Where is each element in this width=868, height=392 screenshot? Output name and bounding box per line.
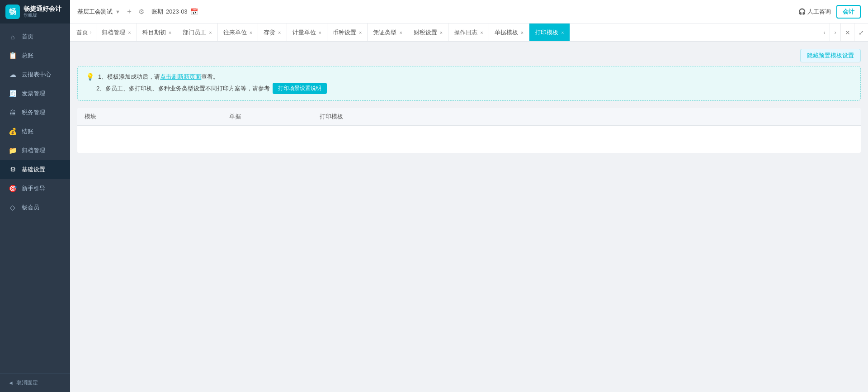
sidebar-label-home: 首页 <box>22 33 33 41</box>
tab-home-label: 首页 <box>76 28 88 37</box>
tab-single[interactable]: 单据模板× <box>489 24 529 42</box>
sidebar-label-tax: 税务管理 <box>22 109 45 117</box>
tab-label-measure: 计量单位 <box>292 28 316 37</box>
add-company-icon[interactable]: ＋ <box>126 7 133 16</box>
tab-close-partner[interactable]: × <box>250 30 252 35</box>
company-dropdown-icon: ▼ <box>115 9 120 14</box>
sidebar-item-archive[interactable]: 📁 归档管理 <box>0 141 70 160</box>
sidebar-item-guide[interactable]: 🎯 新手引导 <box>0 179 70 198</box>
tab-close-all-button[interactable]: ✕ <box>841 24 854 42</box>
bulb-icon: 💡 <box>86 73 94 81</box>
col-template-header: 打印模板 <box>312 113 861 121</box>
tab-close-measure[interactable]: × <box>319 30 321 35</box>
tab-fiscal[interactable]: 财税设置× <box>408 24 448 42</box>
print-template-table: 模块 单据 打印模板 <box>77 108 861 153</box>
tab-close-voucher[interactable]: × <box>399 30 402 35</box>
logo-title: 畅捷通好会计 <box>24 5 61 13</box>
sidebar-item-reports[interactable]: ☁ 云报表中心 <box>0 65 70 84</box>
tab-close-print[interactable]: × <box>561 30 564 35</box>
sidebar-label-member: 畅会员 <box>22 203 39 212</box>
sidebar-item-member[interactable]: ◇ 畅会员 <box>0 198 70 217</box>
info-row-1: 💡 1、模板添加成功后，请 点击刷新新页面 查看。 <box>86 73 852 81</box>
info-line1-pre: 1、模板添加成功后，请 <box>98 73 160 81</box>
service-label: 人工咨询 <box>807 8 831 16</box>
sidebar-item-invoices[interactable]: 🧾 发票管理 <box>0 84 70 103</box>
tab-home[interactable]: 首页 › <box>70 24 96 42</box>
service-button[interactable]: 🎧 人工咨询 <box>798 8 831 16</box>
sidebar-icon-archive: 📁 <box>8 146 17 155</box>
tab-label-subject: 科目期初 <box>142 28 166 37</box>
sidebar-label-invoices: 发票管理 <box>22 90 45 98</box>
main-area: 基层工会测试 ▼ ＋ ⚙ 账期 2023-03 📅 🎧 人工咨询 会计 首页 ›… <box>70 0 868 392</box>
tab-currency[interactable]: 币种设置× <box>327 24 368 42</box>
sidebar-label-settlement: 结账 <box>22 128 33 136</box>
tab-partner[interactable]: 往来单位× <box>218 24 258 42</box>
sidebar-icon-guide: 🎯 <box>8 184 17 193</box>
sidebar-unpin-footer[interactable]: ◄ 取消固定 <box>0 373 70 392</box>
sidebar-item-tax[interactable]: 🏛 税务管理 <box>0 103 70 122</box>
hide-preview-button[interactable]: 隐藏预置模板设置 <box>800 49 861 62</box>
tab-label-partner: 往来单位 <box>223 28 247 37</box>
topbar-right: 🎧 人工咨询 会计 <box>798 5 861 19</box>
sidebar-item-home[interactable]: ⌂ 首页 <box>0 27 70 46</box>
sidebar-item-ledger[interactable]: 📋 总账 <box>0 46 70 65</box>
table-body <box>77 126 861 153</box>
info-banner: 💡 1、模板添加成功后，请 点击刷新新页面 查看。 2、多员工、多打印机、多种业… <box>77 66 861 101</box>
settings-icon[interactable]: ⚙ <box>138 8 144 16</box>
headset-icon: 🎧 <box>798 8 806 15</box>
tab-label-dept: 部门员工 <box>183 28 206 37</box>
info-line2-pre: 2、多员工、多打印机、多种业务类型设置不同打印方案等，请参考 <box>96 85 270 93</box>
tab-label-archive: 归档管理 <box>102 28 125 37</box>
tab-close-currency[interactable]: × <box>359 30 362 35</box>
sidebar-item-settlement[interactable]: 💰 结账 <box>0 122 70 141</box>
tab-close-oplog[interactable]: × <box>480 30 483 35</box>
info-line1-post: 查看。 <box>201 73 219 81</box>
sidebar-icon-home: ⌂ <box>8 32 17 41</box>
sidebar-label-reports: 云报表中心 <box>22 71 51 79</box>
tab-voucher[interactable]: 凭证类型× <box>368 24 408 42</box>
period-display: 账期 2023-03 📅 <box>151 8 198 16</box>
sidebar-logo: 畅 畅捷通好会计 旗舰版 <box>0 0 70 24</box>
tab-prev-button[interactable]: ‹ <box>819 24 830 42</box>
tab-inventory[interactable]: 存货× <box>258 24 287 42</box>
tab-label-oplog: 操作日志 <box>454 28 477 37</box>
tab-measure[interactable]: 计量单位× <box>287 24 327 42</box>
sidebar-label-ledger: 总账 <box>22 52 33 60</box>
tab-label-fiscal: 财税设置 <box>414 28 437 37</box>
sidebar-icon-tax: 🏛 <box>8 108 17 117</box>
tab-oplog[interactable]: 操作日志× <box>448 24 489 42</box>
tab-subject[interactable]: 科目期初× <box>137 24 177 42</box>
print-scene-button[interactable]: 打印场景设置说明 <box>273 83 327 94</box>
sidebar-nav: ⌂ 首页 📋 总账 ☁ 云报表中心 🧾 发票管理 🏛 税务管理 💰 结账 📁 归… <box>0 24 70 373</box>
tab-close-inventory[interactable]: × <box>278 30 281 35</box>
info-refresh-link[interactable]: 点击刷新新页面 <box>160 73 201 81</box>
tab-next-button[interactable]: › <box>830 24 841 42</box>
tab-expand-button[interactable]: ⤢ <box>854 24 868 42</box>
tab-close-fiscal[interactable]: × <box>440 30 443 35</box>
sidebar-icon-basic: ⚙ <box>8 165 17 174</box>
tab-close-single[interactable]: × <box>521 30 524 35</box>
sidebar-icon-ledger: 📋 <box>8 51 17 60</box>
sidebar-label-archive: 归档管理 <box>22 146 45 155</box>
sidebar-item-basic[interactable]: ⚙ 基础设置 <box>0 160 70 179</box>
kuaiji-button[interactable]: 会计 <box>836 5 861 19</box>
tab-label-print: 打印模板 <box>535 28 558 37</box>
tab-close-subject[interactable]: × <box>169 30 171 35</box>
tab-dept[interactable]: 部门员工× <box>177 24 217 42</box>
sidebar: 畅 畅捷通好会计 旗舰版 ⌂ 首页 📋 总账 ☁ 云报表中心 🧾 发票管理 🏛 … <box>0 0 70 392</box>
unpin-icon: ◄ <box>8 380 14 386</box>
tab-close-archive[interactable]: × <box>128 30 131 35</box>
logo-subtitle: 旗舰版 <box>24 12 61 19</box>
sidebar-label-basic: 基础设置 <box>22 165 45 174</box>
topbar: 基层工会测试 ▼ ＋ ⚙ 账期 2023-03 📅 🎧 人工咨询 会计 <box>70 0 868 24</box>
company-selector[interactable]: 基层工会测试 ▼ <box>77 8 120 16</box>
hide-preview-wrapper: 隐藏预置模板设置 <box>77 49 861 62</box>
tab-archive[interactable]: 归档管理× <box>96 24 137 42</box>
tab-print[interactable]: 打印模板× <box>529 24 570 42</box>
sidebar-label-guide: 新手引导 <box>22 184 45 193</box>
tab-close-dept[interactable]: × <box>209 30 212 35</box>
table-header: 模块 单据 打印模板 <box>77 108 861 126</box>
period-value: 2023-03 <box>166 8 188 15</box>
calendar-icon[interactable]: 📅 <box>190 8 198 15</box>
content-area: 隐藏预置模板设置 💡 1、模板添加成功后，请 点击刷新新页面 查看。 2、多员工… <box>70 42 868 392</box>
